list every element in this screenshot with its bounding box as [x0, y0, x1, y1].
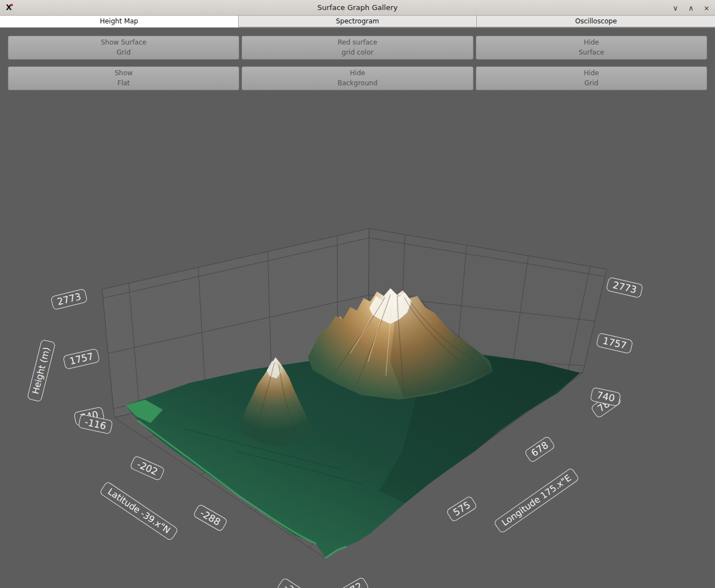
content-area: Show Surface Grid Red surface grid color…: [0, 28, 715, 588]
button-label: Grid: [117, 48, 131, 57]
button-label: Surface: [578, 48, 604, 57]
tab-oscilloscope[interactable]: Oscilloscope: [477, 16, 715, 27]
button-label: Flat: [118, 79, 130, 88]
show-surface-grid-button[interactable]: Show Surface Grid: [8, 36, 239, 60]
show-flat-button[interactable]: Show Flat: [8, 66, 239, 90]
button-label: Hide: [584, 38, 599, 47]
titlebar[interactable]: X Surface Graph Gallery ∨ ∧ ×: [0, 0, 715, 16]
maximize-window-icon[interactable]: ∧: [686, 4, 696, 12]
button-label: Hide: [584, 69, 599, 78]
surface-plot-view[interactable]: Height (m) 2773 1757 740 -116 -202 -288 …: [0, 94, 715, 588]
button-label: grid color: [342, 48, 374, 57]
hide-surface-button[interactable]: Hide Surface: [476, 36, 707, 60]
window-title: Surface Graph Gallery: [0, 3, 715, 12]
tab-bar: Height Map Spectrogram Oscilloscope: [0, 16, 715, 28]
app-window: X Surface Graph Gallery ∨ ∧ × Height Map…: [0, 0, 715, 588]
window-controls: ∨ ∧ ×: [670, 0, 712, 16]
control-buttons: Show Surface Grid Red surface grid color…: [0, 28, 715, 94]
button-label: Background: [337, 79, 378, 88]
tab-spectrogram[interactable]: Spectrogram: [239, 16, 477, 27]
button-label: Red surface: [338, 38, 378, 47]
hide-grid-button[interactable]: Hide Grid: [476, 66, 707, 90]
button-label: Hide: [350, 69, 365, 78]
red-surface-grid-color-button[interactable]: Red surface grid color: [241, 36, 473, 60]
hide-background-button[interactable]: Hide Background: [241, 66, 473, 90]
shade-window-icon[interactable]: ∨: [670, 4, 680, 12]
button-label: Show Surface: [101, 38, 147, 47]
button-label: Grid: [584, 79, 598, 88]
button-label: Show: [114, 69, 132, 78]
tab-height-map[interactable]: Height Map: [0, 16, 239, 27]
close-window-icon[interactable]: ×: [702, 4, 712, 12]
app-icon-accent: [11, 4, 13, 6]
